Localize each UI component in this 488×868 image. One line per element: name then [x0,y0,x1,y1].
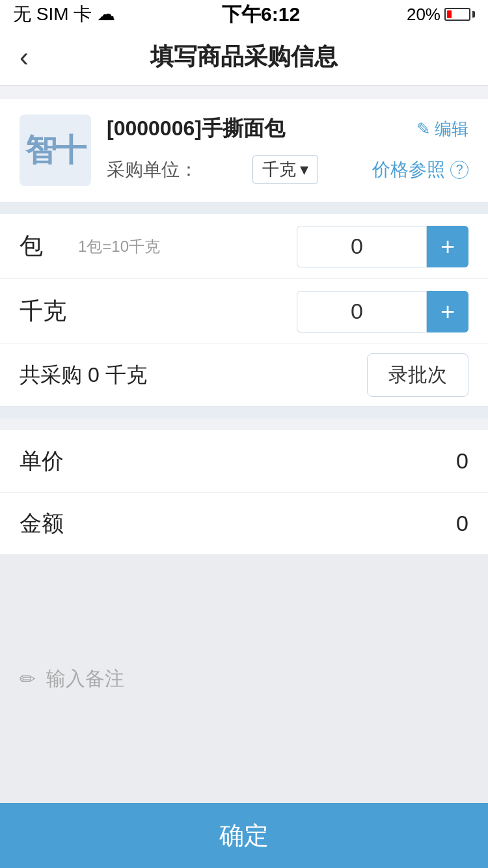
confirm-label: 确定 [219,819,269,852]
kg-plus-button[interactable]: + [427,291,468,332]
status-left: 无 SIM 卡 ☁ [13,2,115,27]
info-icon: ? [450,161,468,179]
bao-label: 包 [20,230,72,262]
amount-row: 金额 0 [0,493,488,555]
back-button[interactable]: ‹ [20,44,29,71]
amount-label: 金额 [20,509,64,539]
status-bar: 无 SIM 卡 ☁ 下午6:12 20% [0,0,488,29]
edit-icon: ✎ [416,119,431,139]
product-logo: 智十 [25,129,85,171]
record-batch-button[interactable]: 录批次 [367,353,468,397]
notes-icon: ✏ [20,668,36,690]
unit-price-row: 单价 0 [0,430,488,493]
notes-section[interactable]: ✏ 输入备注 [0,555,488,803]
price-section: 单价 0 金额 0 [0,430,488,555]
bao-controls: + [297,226,468,267]
dropdown-icon: ▾ [300,159,308,180]
product-details: [0000006]手撕面包 ✎ 编辑 采购单位： 千克 ▾ 价格参照 ? [107,115,468,184]
bao-plus-button[interactable]: + [427,226,468,267]
divider-2 [0,407,488,418]
nav-bar: ‹ 填写商品采购信息 [0,29,488,86]
price-ref-button[interactable]: 价格参照 ? [372,157,468,182]
battery-icon [444,8,475,21]
unit-selector[interactable]: 千克 ▾ [252,155,318,184]
divider-1 [0,202,488,214]
kg-input[interactable] [297,291,427,332]
amount-value: 0 [456,511,468,536]
input-section: 包 1包=10千克 + 千克 + 共采购 0 千克 录批次 [0,214,488,407]
confirm-button[interactable]: 确定 [0,803,488,868]
status-time: 下午6:12 [222,1,300,28]
product-title-row: [0000006]手撕面包 ✎ 编辑 [107,115,468,143]
price-ref-label: 价格参照 [372,157,445,182]
status-right: 20% [407,5,475,25]
page-title: 填写商品采购信息 [150,41,338,73]
summary-text: 共采购 0 千克 [20,361,147,390]
product-card: 智十 [0000006]手撕面包 ✎ 编辑 采购单位： 千克 ▾ 价格参照 ? [0,99,488,202]
product-name: [0000006]手撕面包 [107,115,285,143]
bao-sublabel: 1包=10千克 [78,236,297,257]
edit-button[interactable]: ✎ 编辑 [416,118,468,141]
unit-price-value: 0 [456,448,468,474]
bao-input[interactable] [297,226,427,267]
unit-value: 千克 [262,158,296,181]
battery-percent: 20% [407,5,441,25]
product-unit-row: 采购单位： 千克 ▾ 价格参照 ? [107,155,468,184]
product-image: 智十 [20,115,91,186]
bao-row: 包 1包=10千克 + [0,214,488,279]
unit-price-label: 单价 [20,446,64,476]
kg-row: 千克 + [0,279,488,344]
sim-status: 无 SIM 卡 ☁ [13,2,115,27]
edit-label: 编辑 [435,118,468,141]
kg-label: 千克 [20,295,72,327]
unit-label: 采购单位： [107,157,198,182]
notes-placeholder: 输入备注 [46,666,124,692]
kg-controls: + [297,291,468,332]
summary-row: 共采购 0 千克 录批次 [0,344,488,407]
